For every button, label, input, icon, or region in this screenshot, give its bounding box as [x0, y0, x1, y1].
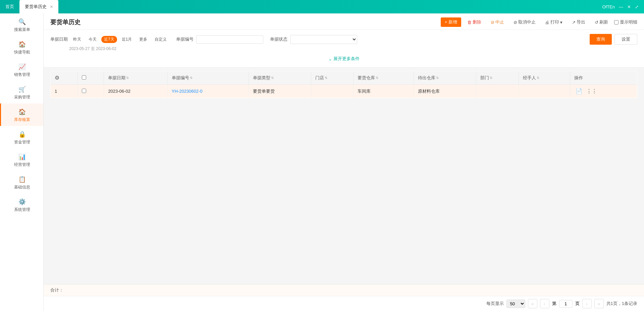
sidebar-item-search-menu-label: 搜索菜单 — [14, 27, 30, 33]
sidebar-item-system[interactable]: ⚙️ 系统管理 — [0, 193, 43, 216]
expand-more-button[interactable]: ⌄ 展开更多条件 — [328, 54, 360, 63]
col-date[interactable]: 单据日期 ⇅ — [104, 71, 167, 85]
col-department-label: 部门 — [480, 75, 489, 81]
query-button[interactable]: 查询 — [590, 34, 612, 45]
sidebar-item-quick-nav[interactable]: 🏠 快捷导航 — [0, 36, 43, 58]
cell-row-num: 1 — [51, 85, 78, 98]
sidebar-item-inventory[interactable]: 🏠 库存核算 — [0, 103, 43, 126]
row-view-button[interactable]: 📄 — [574, 87, 584, 95]
row-checkbox[interactable] — [82, 89, 86, 93]
search-menu-icon: 🔍 — [18, 18, 26, 26]
basic-info-icon: 📋 — [18, 176, 26, 183]
sort-store-icon: ⇅ — [325, 76, 327, 80]
tab-requisition-history[interactable]: 要货单历史 ✕ — [19, 0, 58, 13]
print-dropdown-icon: ▾ — [560, 20, 562, 25]
delete-button[interactable]: 🗑 删除 — [464, 17, 485, 27]
col-store[interactable]: 门店 ⇅ — [311, 71, 353, 85]
total-label: 合计： — [50, 287, 63, 293]
new-button[interactable]: + 新增 — [441, 17, 461, 27]
pag-last-button[interactable]: » — [594, 299, 604, 308]
shortcut-more[interactable]: 更多 — [137, 36, 150, 43]
sidebar-item-finance[interactable]: 🔒 资金管理 — [0, 126, 43, 148]
refresh-button[interactable]: ↺ 刷新 — [591, 17, 611, 27]
col-date-label: 单据日期 — [108, 75, 125, 81]
page-size-label: 每页显示 — [486, 301, 504, 307]
date-filter-group: 单据日期 昨天 今天 近7天 近1月 更多 自定义 — [50, 36, 169, 43]
window-resize-icon[interactable]: ⤢ — [635, 4, 639, 9]
shortcut-today[interactable]: 今天 — [86, 36, 99, 43]
col-bill-type[interactable]: 单据类型 ⇅ — [249, 71, 311, 85]
table-settings-icon[interactable]: ⚙ — [55, 75, 59, 81]
sidebar-item-finance-label: 资金管理 — [14, 139, 30, 145]
setting-button[interactable]: 设置 — [614, 34, 637, 45]
sidebar-item-search-menu[interactable]: 🔍 搜索菜单 — [0, 13, 43, 36]
sort-bill-type-icon: ⇅ — [271, 76, 274, 80]
cell-checkbox — [77, 85, 104, 98]
delete-label: 删除 — [473, 19, 481, 25]
refresh-icon: ↺ — [595, 20, 598, 25]
col-bill-no[interactable]: 单据编号 ⇅ — [167, 71, 249, 85]
pag-next-button[interactable]: › — [582, 299, 592, 308]
sidebar-item-basic-info[interactable]: 📋 基础信息 — [0, 171, 43, 193]
page-number-input[interactable] — [559, 300, 573, 308]
operations-icon: 📊 — [18, 153, 26, 161]
sidebar-item-quick-nav-label: 快捷导航 — [14, 49, 30, 55]
display-detail-checkbox[interactable] — [614, 20, 619, 25]
row-more-button[interactable]: ⋮⋮ — [585, 87, 598, 95]
pag-prev-button[interactable]: ‹ — [540, 299, 549, 308]
bill-no-link[interactable]: YH-20230602-0 — [172, 89, 203, 94]
select-all-checkbox[interactable] — [82, 75, 86, 80]
sidebar: 🔍 搜索菜单 🏠 快捷导航 📈 销售管理 🛒 采购管理 🏠 库存核算 🔒 资金管… — [0, 13, 44, 311]
table-area: ⚙ 单据日期 ⇅ 单据编号 — [44, 68, 644, 284]
close-icon[interactable]: ✕ — [50, 5, 53, 9]
window-close-icon[interactable]: ✕ — [627, 4, 631, 9]
cell-bill-no: YH-20230602-0 — [167, 85, 249, 98]
shortcut-1month[interactable]: 近1月 — [119, 36, 135, 43]
content-area: 要货单历史 + 新增 🗑 删除 ⊘ 中止 ⊘ 取消中止 🖨 打印 — [44, 13, 644, 311]
pag-page-label: 第 — [552, 301, 556, 307]
shortcut-custom[interactable]: 自定义 — [152, 36, 169, 43]
sidebar-item-operations[interactable]: 📊 经营管理 — [0, 148, 43, 171]
col-wait-warehouse[interactable]: 待出仓库 ⇅ — [414, 71, 476, 85]
finance-icon: 🔒 — [18, 131, 26, 138]
sidebar-item-system-label: 系统管理 — [14, 207, 30, 213]
bill-no-input[interactable] — [196, 35, 263, 44]
shortcut-7days[interactable]: 近7天 — [101, 36, 117, 43]
page-header: 要货单历史 + 新增 🗑 删除 ⊘ 中止 ⊘ 取消中止 🖨 打印 — [44, 13, 644, 30]
tab-home-label: 首页 — [5, 4, 14, 10]
col-handler[interactable]: 经手人 ⇅ — [519, 71, 570, 85]
bill-status-select[interactable] — [290, 35, 357, 44]
table-header: ⚙ 单据日期 ⇅ 单据编号 — [51, 71, 637, 85]
date-shortcuts: 昨天 今天 近7天 近1月 更多 自定义 — [70, 36, 169, 43]
table-row[interactable]: 1 2023-06-02 YH-20230602-0 要货单要货 车间库 原材料… — [51, 85, 637, 98]
pag-first-button[interactable]: « — [528, 299, 537, 308]
cancel-stop-button[interactable]: ⊘ 取消中止 — [510, 17, 539, 27]
page-size-select[interactable]: 50 20 100 200 — [506, 300, 525, 308]
page-total: 共1页，1条记录 — [606, 301, 637, 307]
page-title: 要货单历史 — [50, 18, 80, 26]
sidebar-item-purchase[interactable]: 🛒 采购管理 — [0, 81, 43, 103]
purchase-icon: 🛒 — [18, 86, 26, 93]
cell-wait-warehouse: 原材料仓库 — [414, 85, 476, 98]
col-bill-no-label: 单据编号 — [172, 75, 189, 81]
main-layout: 🔍 搜索菜单 🏠 快捷导航 📈 销售管理 🛒 采购管理 🏠 库存核算 🔒 资金管… — [0, 13, 644, 311]
window-minimize-icon[interactable]: — — [619, 4, 623, 9]
tab-home[interactable]: 首页 — [0, 0, 19, 13]
col-department[interactable]: 部门 ⇅ — [476, 71, 519, 85]
stop-button[interactable]: ⊘ 中止 — [487, 17, 507, 27]
col-req-warehouse[interactable]: 要货仓库 ⇅ — [354, 71, 414, 85]
sidebar-item-inventory-label: 库存核算 — [14, 117, 30, 123]
top-bar-right: OfTEn — ✕ ⤢ — [602, 4, 644, 9]
top-bar: 首页 要货单历史 ✕ OfTEn — ✕ ⤢ — [0, 0, 644, 13]
col-checkbox — [77, 71, 104, 85]
cell-action: 📄 ⋮⋮ — [570, 85, 637, 98]
export-button[interactable]: ↗ 导出 — [569, 17, 589, 27]
col-action-label: 操作 — [574, 75, 583, 80]
col-settings: ⚙ — [51, 71, 78, 85]
shortcut-yesterday[interactable]: 昨天 — [70, 36, 84, 43]
print-button[interactable]: 🖨 打印 ▾ — [542, 17, 566, 27]
top-bar-tabs: 首页 要货单历史 ✕ — [0, 0, 58, 13]
pagination-bar: 每页显示 50 20 100 200 « ‹ 第 页 › » 共1页，1条记录 — [44, 296, 644, 311]
system-icon: ⚙️ — [18, 198, 26, 206]
sidebar-item-sales[interactable]: 📈 销售管理 — [0, 58, 43, 81]
